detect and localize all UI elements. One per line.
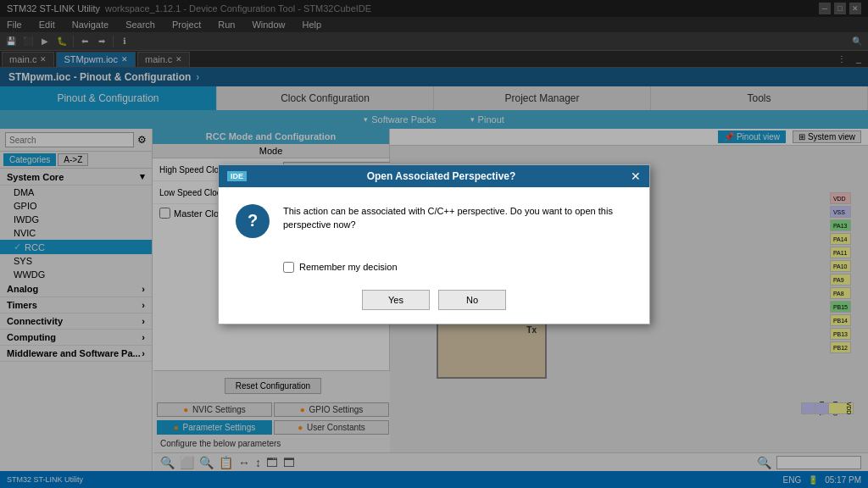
dialog-title-bar: IDE Open Associated Perspective? ✕: [219, 165, 649, 187]
dialog-buttons: Yes No: [219, 283, 649, 324]
dialog-message: This action can be associated with C/C++…: [283, 204, 632, 232]
dialog-close-button[interactable]: ✕: [631, 169, 641, 183]
dialog: IDE Open Associated Perspective? ✕ ? Thi…: [218, 164, 650, 324]
dialog-question-icon: ?: [236, 204, 270, 238]
dialog-overlay: IDE Open Associated Perspective? ✕ ? Thi…: [0, 0, 868, 488]
dialog-no-button[interactable]: No: [438, 290, 506, 310]
dialog-title: Open Associated Perspective?: [367, 170, 516, 182]
dialog-icon-ide: IDE: [227, 171, 247, 181]
dialog-remember-checkbox[interactable]: [283, 262, 294, 273]
dialog-yes-button[interactable]: Yes: [362, 290, 430, 310]
dialog-checkbox-row: Remember my decision: [219, 255, 649, 283]
dialog-body: ? This action can be associated with C/C…: [219, 187, 649, 255]
dialog-checkbox-label: Remember my decision: [299, 262, 398, 272]
